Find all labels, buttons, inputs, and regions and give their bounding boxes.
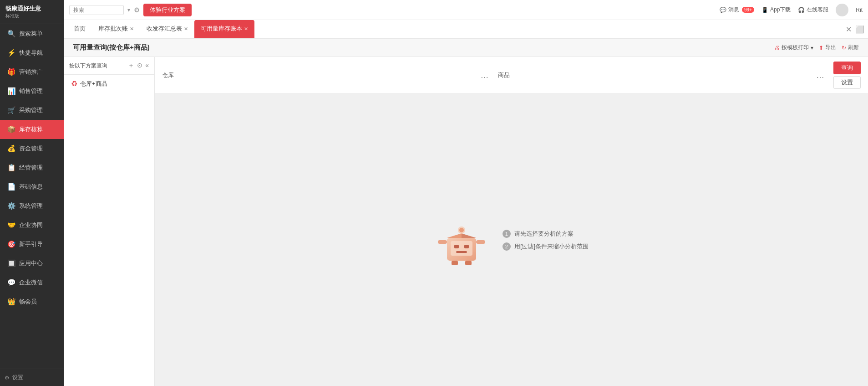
app-download-action[interactable]: 📱 App下载 — [761, 6, 791, 14]
sidebar-icon-enterprise: 🤝 — [7, 221, 15, 229]
tab-首页[interactable]: 首页 — [67, 20, 92, 38]
search-input[interactable] — [69, 5, 124, 15]
sidebar-item-appcenter[interactable]: 🔲 应用中心 — [0, 254, 64, 273]
refresh-label: 刷新 — [848, 44, 859, 51]
tab-收发存汇总表[interactable]: 收发存汇总表 ✕ — [140, 20, 194, 38]
sidebar-icon-shortcut: ⚡ — [7, 49, 15, 57]
print-chevron-icon[interactable]: ▾ — [811, 45, 813, 51]
print-label: 按模板打印 — [782, 44, 809, 51]
svg-rect-6 — [456, 251, 467, 253]
warehouse-filter-field: 仓库 … — [162, 70, 491, 80]
sidebar-label-newbie: 新手引导 — [19, 240, 43, 248]
tab-label: 首页 — [74, 25, 86, 33]
maximize-btn[interactable]: ⬜ — [855, 25, 864, 34]
tab-close-btn[interactable]: ✕ — [244, 26, 248, 32]
sidebar-label-basics: 基础信息 — [19, 183, 43, 191]
print-btn[interactable]: 🖨 按模板打印 ▾ — [774, 44, 813, 51]
goods-more-btn[interactable]: … — [814, 71, 826, 80]
svg-marker-2 — [462, 233, 476, 238]
window-buttons: ✕ ⬜ — [846, 25, 864, 34]
online-service-action[interactable]: 🎧 在线客服 — [798, 6, 828, 14]
export-label: 导出 — [825, 44, 836, 51]
tab-库存批次账[interactable]: 库存批次账 ✕ — [92, 20, 140, 38]
sidebar-item-enterprise[interactable]: 🤝 企业协同 — [0, 216, 64, 235]
filter-bar: 仓库 … 商品 … 查询 设置 — [155, 57, 868, 94]
sidebar-item-member[interactable]: 👑 畅会员 — [0, 292, 64, 311]
sidebar-label-marketing: 营销推广 — [19, 68, 43, 76]
sidebar-item-sales[interactable]: 📊 销售管理 — [0, 82, 64, 101]
close-window-btn[interactable]: ✕ — [846, 25, 852, 34]
sidebar-item-funds[interactable]: 💰 资金管理 — [0, 139, 64, 158]
sidebar-label-member: 畅会员 — [19, 298, 37, 306]
sidebar-icon-purchase: 🛒 — [7, 106, 15, 114]
goods-input[interactable] — [513, 70, 812, 80]
warehouse-label: 仓库 — [162, 71, 174, 79]
sidebar: 畅康通好生意 标准版 🔍 搜索菜单 ⚡ 快捷导航 🎁 营销推广 📊 销售管理 🛒… — [0, 0, 64, 386]
warehouse-more-btn[interactable]: … — [479, 71, 491, 80]
sidebar-label-search: 搜索菜单 — [19, 30, 43, 38]
online-service-label: 在线客服 — [807, 6, 828, 14]
sidebar-item-marketing[interactable]: 🎁 营销推广 — [0, 62, 64, 82]
left-panel: 按以下方案查询 ＋ ⊙ « ♻ 仓库+商品 — [64, 57, 155, 386]
message-label: 消息 — [728, 6, 739, 14]
page-header-actions: 🖨 按模板打印 ▾ ⬆ 导出 ↻ 刷新 — [774, 44, 859, 51]
sidebar-item-operation[interactable]: 📋 经营管理 — [0, 158, 64, 177]
add-icon[interactable]: ＋ — [128, 62, 134, 70]
sidebar-icon-search: 🔍 — [7, 30, 15, 38]
export-btn[interactable]: ⬆ 导出 — [819, 44, 836, 51]
tab-close-btn[interactable]: ✕ — [130, 26, 134, 32]
svg-rect-10 — [465, 261, 472, 265]
svg-point-12 — [459, 228, 464, 232]
avatar[interactable] — [836, 4, 848, 16]
query-button[interactable]: 查询 — [833, 62, 861, 74]
sidebar-item-search[interactable]: 🔍 搜索菜单 — [0, 24, 64, 43]
filter-settings-button[interactable]: 设置 — [833, 76, 861, 89]
tab-可用量库存账本[interactable]: 可用量库存账本 ✕ — [194, 20, 254, 38]
refresh-btn[interactable]: ↻ 刷新 — [842, 44, 859, 51]
trial-btn[interactable]: 体验行业方案 — [143, 4, 192, 16]
tip-text: 请先选择要分析的方案 — [514, 230, 574, 238]
sidebar-bottom: ⚙ 设置 — [0, 369, 64, 386]
sidebar-icon-system: ⚙️ — [7, 202, 15, 210]
filter-actions: 查询 设置 — [833, 62, 861, 89]
left-panel-icon-group: ＋ ⊙ « — [128, 62, 149, 70]
page-header: 可用量查询(按仓库+商品) 🖨 按模板打印 ▾ ⬆ 导出 ↻ 刷新 — [64, 39, 868, 57]
sidebar-label-appcenter: 应用中心 — [19, 259, 43, 268]
message-action[interactable]: 💬 消息 99+ — [720, 6, 754, 14]
collapse-icon[interactable]: « — [145, 62, 149, 70]
sidebar-item-system[interactable]: ⚙️ 系统管理 — [0, 196, 64, 216]
goods-filter-field: 商品 … — [498, 70, 827, 80]
sidebar-icon-member: 👑 — [7, 298, 15, 306]
sidebar-item-inventory[interactable]: 📦 库存核算 — [0, 120, 64, 139]
sidebar-label-inventory: 库存核算 — [19, 125, 43, 134]
app-download-label: App下载 — [770, 6, 791, 14]
message-badge: 99+ — [742, 7, 754, 13]
refresh-icon: ↻ — [842, 45, 846, 51]
warehouse-input[interactable] — [177, 70, 476, 80]
scheme-icon: ♻ — [71, 79, 77, 88]
settings-circle-icon[interactable]: ⊙ — [137, 62, 142, 70]
svg-rect-4 — [454, 245, 459, 248]
sidebar-item-shortcut[interactable]: ⚡ 快捷导航 — [0, 43, 64, 62]
sidebar-label-system: 系统管理 — [19, 202, 43, 210]
chevron-down-icon[interactable]: ▾ — [127, 7, 130, 13]
logo-sub: 标准版 — [5, 13, 58, 19]
sidebar-icon-appcenter: 🔲 — [7, 259, 15, 268]
gear-icon[interactable]: ⚙ — [134, 6, 140, 14]
sidebar-label-operation: 经营管理 — [19, 164, 43, 172]
sidebar-label-purchase: 采购管理 — [19, 106, 43, 114]
sidebar-bottom-label: 设置 — [12, 374, 23, 381]
empty-tips: 1 请先选择要分析的方案 2 用[过滤]条件来缩小分析范围 — [503, 230, 589, 251]
sidebar-label-wxwork: 企业微信 — [19, 278, 43, 287]
content-area: 按以下方案查询 ＋ ⊙ « ♻ 仓库+商品 仓库 … — [64, 57, 868, 386]
tab-close-btn[interactable]: ✕ — [184, 26, 188, 32]
sidebar-label-sales: 销售管理 — [19, 87, 43, 95]
scheme-item-warehouse-goods[interactable]: ♻ 仓库+商品 — [64, 75, 154, 93]
right-panel: 仓库 … 商品 … 查询 设置 — [155, 57, 868, 386]
sidebar-item-purchase[interactable]: 🛒 采购管理 — [0, 101, 64, 120]
sidebar-item-newbie[interactable]: 🎯 新手引导 — [0, 235, 64, 254]
tabs-bar: 首页库存批次账 ✕收发存汇总表 ✕可用量库存账本 ✕ ✕ ⬜ — [64, 20, 868, 39]
sidebar-item-wxwork[interactable]: 💬 企业微信 — [0, 273, 64, 292]
sidebar-item-basics[interactable]: 📄 基础信息 — [0, 177, 64, 196]
topbar-search-area — [69, 5, 124, 15]
